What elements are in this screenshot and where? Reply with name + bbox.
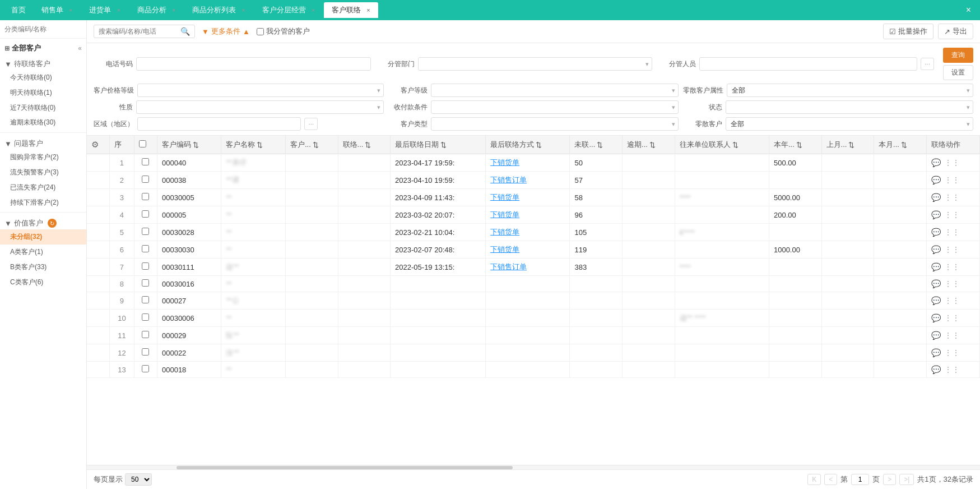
- per-page-select[interactable]: 50: [125, 473, 152, 486]
- more-icon[interactable]: ⋮⋮: [944, 193, 960, 202]
- row-checkbox-cell[interactable]: [134, 206, 157, 224]
- chat-icon[interactable]: 💬: [931, 313, 941, 322]
- chat-icon[interactable]: 💬: [931, 245, 941, 254]
- sidebar-item-declining[interactable]: 持续下滑客户(2): [0, 195, 86, 210]
- more-icon[interactable]: ⋮⋮: [944, 210, 960, 219]
- sidebar-item-today[interactable]: 今天待联络(0): [0, 70, 86, 85]
- group-value-customers[interactable]: ▼ 价值客户 ↻: [0, 215, 86, 229]
- col-name[interactable]: 客户名称⇅: [221, 136, 285, 154]
- chat-icon[interactable]: 💬: [931, 365, 941, 374]
- chat-icon[interactable]: 💬: [931, 158, 941, 167]
- search-submit-icon[interactable]: 🔍: [180, 27, 190, 36]
- more-icon[interactable]: ⋮⋮: [944, 296, 960, 305]
- row-last-way[interactable]: [486, 344, 570, 362]
- sidebar-item-abnormal[interactable]: 囤购异常客户(2): [0, 150, 86, 165]
- sidebar-item-churned[interactable]: 已流失客户(24): [0, 180, 86, 195]
- batch-op-btn[interactable]: ☑ 批量操作: [883, 24, 933, 39]
- tab-product-analysis[interactable]: 商品分析 ×: [129, 2, 183, 18]
- payment-select[interactable]: [431, 100, 679, 114]
- scrollbar-thumb[interactable]: [177, 466, 513, 469]
- row-last-way[interactable]: 下销货单: [486, 206, 570, 224]
- col-last-date[interactable]: 最后联络日期⇅: [391, 136, 486, 154]
- tab-customer-tier[interactable]: 客户分层经营 ×: [254, 2, 323, 18]
- last-page-btn[interactable]: >|: [899, 474, 914, 485]
- chat-icon[interactable]: 💬: [931, 348, 941, 357]
- row-checkbox-cell[interactable]: [134, 327, 157, 344]
- scatter-cust-select[interactable]: 全部: [726, 117, 973, 131]
- region-input[interactable]: [137, 117, 301, 131]
- my-customers-filter[interactable]: 我分管的客户: [257, 26, 310, 36]
- sidebar-collapse-btn[interactable]: «: [78, 44, 82, 52]
- tab-purchase[interactable]: 进货单 ×: [81, 2, 128, 18]
- more-icon[interactable]: ⋮⋮: [944, 313, 960, 322]
- col-this-year[interactable]: 本年...⇅: [769, 136, 821, 154]
- close-purchase-tab[interactable]: ×: [117, 2, 120, 18]
- select-all-checkbox[interactable]: [139, 140, 146, 147]
- chat-icon[interactable]: 💬: [931, 331, 941, 340]
- col-last-way[interactable]: 最后联络方式⇅: [486, 136, 570, 154]
- col-last-month[interactable]: 上月...⇅: [821, 136, 874, 154]
- person-dots-btn[interactable]: ···: [921, 58, 934, 70]
- chat-icon[interactable]: 💬: [931, 262, 941, 271]
- close-sales-tab[interactable]: ×: [69, 2, 72, 18]
- row-last-way[interactable]: 下销货单: [486, 154, 570, 172]
- chat-icon[interactable]: 💬: [931, 228, 941, 237]
- more-icon[interactable]: ⋮⋮: [944, 245, 960, 254]
- price-level-select[interactable]: [137, 84, 384, 97]
- more-icon[interactable]: ⋮⋮: [944, 348, 960, 357]
- sidebar-item-class-b[interactable]: B类客户(33): [0, 260, 86, 275]
- col-settings[interactable]: ⚙: [87, 136, 110, 154]
- row-checkbox-cell[interactable]: [134, 224, 157, 241]
- close-all-tabs[interactable]: ×: [962, 5, 976, 15]
- col-contact[interactable]: 联络...⇅: [338, 136, 391, 154]
- sidebar-item-7days[interactable]: 近7天待联络(0): [0, 100, 86, 116]
- row-checkbox-cell[interactable]: [134, 172, 157, 189]
- row-last-way[interactable]: 下销货单: [486, 241, 570, 259]
- query-btn[interactable]: 查询: [943, 48, 973, 63]
- row-checkbox-cell[interactable]: [134, 310, 157, 327]
- sidebar-item-churn-warning[interactable]: 流失预警客户(3): [0, 165, 86, 180]
- export-btn[interactable]: ↗ 导出: [938, 24, 973, 39]
- chat-icon[interactable]: 💬: [931, 296, 941, 305]
- group-problem-customers[interactable]: ▼ 问题客户: [0, 135, 86, 150]
- chat-icon[interactable]: 💬: [931, 210, 941, 219]
- more-icon[interactable]: ⋮⋮: [944, 279, 960, 288]
- more-icon[interactable]: ⋮⋮: [944, 262, 960, 271]
- more-icon[interactable]: ⋮⋮: [944, 331, 960, 340]
- cust-level-select[interactable]: [431, 84, 679, 97]
- row-checkbox-cell[interactable]: [134, 362, 157, 378]
- row-checkbox-cell[interactable]: [134, 259, 157, 276]
- row-last-way[interactable]: [486, 310, 570, 327]
- region-dots-btn[interactable]: ···: [304, 118, 318, 130]
- more-icon[interactable]: ⋮⋮: [944, 365, 960, 374]
- sidebar-item-class-c[interactable]: C类客户(6): [0, 275, 86, 290]
- phone-input[interactable]: [136, 57, 371, 71]
- row-last-way[interactable]: [486, 362, 570, 378]
- row-last-way[interactable]: [486, 292, 570, 310]
- row-last-way[interactable]: [486, 327, 570, 344]
- page-number-input[interactable]: [851, 474, 869, 485]
- col-this-month[interactable]: 本月...⇅: [874, 136, 927, 154]
- close-product-analysis-tab[interactable]: ×: [172, 2, 175, 18]
- row-last-way[interactable]: 下销售订单: [486, 259, 570, 276]
- my-customers-checkbox[interactable]: [257, 28, 264, 35]
- row-checkbox-cell[interactable]: [134, 189, 157, 206]
- group-pending-contact[interactable]: ▼ 待联络客户: [0, 56, 86, 70]
- more-conditions-btn[interactable]: ▼ 更多条件 ▲: [202, 26, 250, 36]
- close-product-analysis-list-tab[interactable]: ×: [241, 2, 245, 18]
- more-icon[interactable]: ⋮⋮: [944, 176, 960, 184]
- tab-customer-contact[interactable]: 客户联络 ×: [324, 2, 378, 18]
- col-cust[interactable]: 客户...⇅: [285, 136, 338, 154]
- scatter-attr-select[interactable]: 全部: [727, 84, 973, 97]
- col-overdue[interactable]: 逾期...⇅: [623, 136, 675, 154]
- nature-select[interactable]: [136, 100, 384, 114]
- col-code[interactable]: 客户编码⇅: [157, 136, 221, 154]
- chat-icon[interactable]: 💬: [931, 279, 941, 288]
- prev-page-btn[interactable]: <: [824, 474, 837, 485]
- search-input[interactable]: [99, 27, 177, 35]
- dept-select[interactable]: [418, 57, 653, 71]
- reset-btn[interactable]: 设置: [943, 65, 973, 80]
- col-rel-contact[interactable]: 往来单位联系人⇅: [675, 136, 769, 154]
- more-icon[interactable]: ⋮⋮: [944, 158, 960, 167]
- row-checkbox-cell[interactable]: [134, 292, 157, 310]
